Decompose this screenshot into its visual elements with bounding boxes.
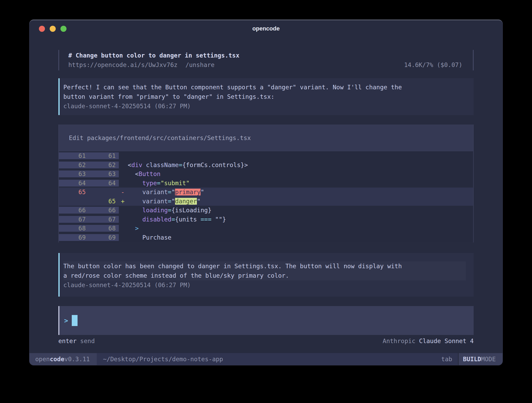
code-segment: < [128, 170, 139, 177]
code-segment: = [168, 189, 171, 195]
message-meta: claude-sonnet-4-20250514 (06:27 PM) [63, 280, 466, 290]
code-segment: " [201, 189, 204, 195]
line-number-old: 64 [59, 180, 87, 187]
diff-row: 6464 type="submit" [59, 179, 473, 188]
message-text-line: a red/rose color scheme instead of the b… [63, 271, 466, 280]
code-segment [128, 207, 142, 214]
code-segment: variant [142, 189, 168, 195]
code-segment: className [146, 162, 179, 168]
close-button[interactable] [39, 26, 45, 32]
share-url-link[interactable]: https://opencode.ai/s/UwJxv76z [68, 61, 177, 68]
code-segment: Button [139, 170, 161, 177]
session-header: # Change button color to danger in setti… [58, 50, 474, 70]
code-line: <div className={formCs.controls}> [126, 162, 473, 168]
zoom-button[interactable] [60, 26, 66, 32]
code-segment [128, 216, 142, 223]
line-number-old: 68 [59, 225, 87, 232]
code-segment: = [179, 162, 182, 168]
line-number-old: 61 [59, 152, 87, 159]
line-number-new: 61 [87, 152, 119, 159]
edit-tool-block: Edit packages/frontend/src/containers/Se… [58, 125, 474, 242]
line-number-old: 66 [59, 207, 87, 214]
code-segment: type [142, 180, 157, 187]
assistant-message: The button color has been changed to dan… [58, 253, 474, 297]
code-segment: " [197, 198, 201, 205]
code-segment: variant [142, 198, 168, 205]
status-bar: opencode v0.3.11 ~/Desktop/Projects/demo… [29, 353, 503, 365]
mode-chip: BUILD MODE [459, 353, 503, 365]
line-number-new: 68 [87, 225, 119, 232]
code-segment: = [157, 180, 161, 187]
code-segment: ""} [212, 216, 226, 223]
minimize-button[interactable] [50, 26, 56, 32]
diff-rows: 61616262<div className={formCs.controls}… [59, 151, 473, 242]
code-segment: danger [175, 198, 197, 205]
cwd-path: ~/Desktop/Projects/demo-notes-app [97, 353, 223, 365]
diff-row: 6868 > [59, 224, 473, 233]
code-segment: " [171, 198, 175, 205]
prompt-input[interactable]: > [58, 306, 474, 335]
code-segment: {formCs.controls} [182, 162, 244, 168]
code-segment: {isLoading} [171, 207, 211, 214]
code-line: type="submit" [126, 180, 473, 187]
model-indicator: Anthropic Claude Sonnet 4 [383, 338, 474, 344]
code-segment: primary [175, 189, 201, 195]
line-number-old: 69 [59, 234, 87, 241]
line-number-new: 69 [87, 234, 119, 241]
titlebar: opencode [29, 20, 503, 37]
code-line: variant="danger" [126, 198, 473, 205]
diff-row: 6262<div className={formCs.controls}> [59, 161, 473, 170]
code-segment [142, 162, 146, 168]
unshare-link[interactable]: /unshare [185, 61, 214, 68]
code-segment [128, 198, 142, 205]
code-segment: = [171, 216, 175, 223]
diff-row: 6969 Purchase [59, 233, 473, 242]
diff-row: 6363 <Button [59, 169, 473, 179]
code-segment: " [171, 189, 175, 195]
diff-row: 65- variant="primary" [59, 188, 473, 197]
text-cursor [72, 315, 78, 326]
code-line: variant="primary" [126, 189, 473, 195]
message-text-line: button variant from "primary" to "danger… [63, 92, 466, 101]
message-meta: claude-sonnet-4-20250514 (06:27 PM) [63, 101, 466, 111]
line-number-new: 66 [87, 207, 119, 214]
line-number-old: 67 [59, 216, 87, 223]
line-number-new: 62 [87, 162, 119, 168]
code-segment: div [131, 162, 142, 168]
message-text-line: The button color has been changed to dan… [63, 261, 466, 271]
session-title: # Change button color to danger in setti… [68, 51, 239, 60]
code-segment [128, 180, 142, 187]
code-segment [128, 225, 135, 232]
context-stats: 14.6K/7% ($0.07) [404, 60, 462, 70]
diff-row: 6161 [59, 151, 473, 161]
app-version-chip: opencode v0.3.11 [29, 353, 97, 365]
message-text-line: Perfect! I can see that the Button compo… [63, 82, 466, 92]
prompt-chevron-icon: > [64, 317, 68, 324]
code-line: <Button [126, 170, 473, 177]
diff-marker: + [119, 198, 126, 205]
code-segment: === [201, 216, 212, 223]
code-segment [128, 189, 142, 195]
code-segment: "submit" [161, 180, 190, 187]
line-number-new: 64 [87, 180, 119, 187]
traffic-lights [39, 20, 66, 37]
code-segment: Purchase [128, 234, 171, 241]
edit-tool-header: Edit packages/frontend/src/containers/Se… [59, 125, 473, 151]
tab-key-hint[interactable]: tab [441, 353, 458, 365]
hint-row: enter send Anthropic Claude Sonnet 4 [58, 335, 474, 344]
line-number-new: 65 [87, 198, 119, 205]
main-content: # Change button color to danger in setti… [29, 37, 503, 353]
line-number-old: 62 [59, 162, 87, 168]
code-segment: {units [175, 216, 201, 223]
code-segment: = [168, 198, 171, 205]
diff-row: 6767 disabled={units === ""} [59, 215, 473, 224]
diff-row: 65+ variant="danger" [59, 197, 473, 206]
code-line: disabled={units === ""} [126, 216, 473, 223]
diff-row: 6666 loading={isLoading} [59, 206, 473, 215]
code-segment: < [128, 162, 131, 168]
code-segment: > [135, 225, 139, 232]
opencode-window: opencode # Change button color to danger… [29, 20, 503, 365]
line-number-new: 67 [87, 216, 119, 223]
code-line: > [126, 225, 473, 232]
code-line: Purchase [126, 234, 473, 241]
